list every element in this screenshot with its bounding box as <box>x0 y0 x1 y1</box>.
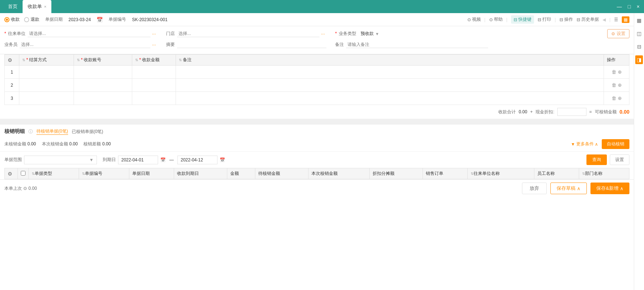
sidebar-icon-1[interactable]: ▦ <box>635 16 643 25</box>
row-account-1[interactable] <box>74 66 132 79</box>
store-input[interactable] <box>177 30 319 37</box>
salesperson-ellipsis-btn[interactable]: ··· <box>150 42 157 47</box>
counterpart-label: * 往来单位 <box>4 31 28 37</box>
biz-type-dropdown-btn[interactable]: ▼ <box>374 32 381 36</box>
radio-refund-text: 退款 <box>31 16 39 23</box>
form-section: * 往来单位 ··· 门店 ··· * 业务类型 预收款 ▼ <box>0 26 634 54</box>
row-delete-btn-1[interactable]: 🗑 <box>612 69 616 75</box>
remark-input[interactable] <box>346 41 488 48</box>
radio-receipt-label[interactable]: 收款 <box>4 16 20 23</box>
date-range-sep: — <box>168 157 175 162</box>
radio-receipt-dot[interactable] <box>4 17 9 22</box>
summary-row: 收款合计 0.00 + 现金折扣: = 可核销金额 0.00 <box>0 105 634 122</box>
discard-btn[interactable]: 放弃 <box>522 183 547 194</box>
row-settle-1[interactable] <box>19 66 74 79</box>
remark-field: 备注 <box>335 41 488 48</box>
row-amount-1[interactable] <box>132 66 176 79</box>
required-star-2: * <box>335 31 337 36</box>
operate-btn[interactable]: ⊟ 操作 <box>559 16 573 23</box>
bth-checkbox[interactable] <box>18 168 29 179</box>
counterpart-field: * 往来单位 ··· <box>4 30 157 37</box>
cal-icon-to[interactable]: 📅 <box>220 157 225 162</box>
radio-refund-dot[interactable] <box>24 17 29 22</box>
setting-button[interactable]: ⚙ 设置 <box>607 29 629 38</box>
counterpart-input[interactable] <box>28 30 150 37</box>
row-delete-btn-2[interactable]: 🗑 <box>612 82 616 88</box>
row-note-3[interactable] <box>176 92 604 105</box>
pending-tab[interactable]: 待核销单据(0笔) <box>36 128 68 135</box>
video-btn[interactable]: ⊙ 视频 <box>467 16 481 23</box>
row-copy-btn-1[interactable]: ⊕ <box>618 69 622 75</box>
table-gear-icon[interactable]: ⚙ <box>8 57 12 63</box>
summary-field: 摘要 <box>166 41 326 48</box>
card-view-btn[interactable]: ▦ <box>622 16 629 23</box>
salesperson-input[interactable] <box>20 41 150 48</box>
radio-refund-label[interactable]: 退款 <box>24 16 39 23</box>
tab-home[interactable]: 首页 <box>3 0 23 13</box>
auto-writeoff-btn[interactable]: 自动核销 <box>602 139 629 149</box>
bth-pending: 待核销金额 <box>255 168 309 179</box>
history-btn[interactable]: ⊟ 历史单据 <box>577 16 599 23</box>
range-field: 单据范围 ▼ <box>4 156 97 164</box>
calendar-icon[interactable]: 📅 <box>97 17 103 23</box>
sidebar-icon-4[interactable]: ◨ <box>635 55 643 64</box>
row-note-2[interactable] <box>176 79 604 92</box>
more-filters-btn[interactable]: ▼ 更多条件 ∧ <box>571 141 598 147</box>
row-delete-btn-3[interactable]: 🗑 <box>612 95 616 101</box>
range-select[interactable]: ▼ <box>24 156 97 164</box>
help-btn[interactable]: ⊙ 帮助 <box>489 16 503 23</box>
row-settle-2[interactable] <box>19 79 74 92</box>
row-account-3[interactable] <box>74 92 132 105</box>
date-value: 2023-03-24 <box>68 17 91 22</box>
filter-setting-btn[interactable]: 设置 <box>610 154 629 165</box>
row-amount-2[interactable] <box>132 79 176 92</box>
draft-chevron-icon[interactable]: ∧ <box>577 186 581 191</box>
sidebar-icon-3[interactable]: ⊟ <box>636 42 643 51</box>
bottom-table-gear-icon[interactable]: ⚙ <box>8 171 12 177</box>
date-to-input[interactable] <box>177 156 217 164</box>
row-account-2[interactable] <box>74 79 132 92</box>
bth-number: ⇅单据编号 <box>79 168 129 179</box>
tab-receipt[interactable]: 收款单 × <box>23 0 51 13</box>
store-ellipsis-btn[interactable]: ··· <box>319 31 326 36</box>
row-amount-3[interactable] <box>132 92 176 105</box>
print-btn[interactable]: ⊟ 打印 <box>538 16 551 23</box>
save-new-btn[interactable]: 保存&新增 ∧ <box>590 183 629 194</box>
done-tab[interactable]: 已核销单据(0笔) <box>72 129 103 135</box>
plus-sign: + <box>530 109 533 114</box>
bth-gear[interactable]: ⚙ <box>5 168 18 179</box>
bth-discount: 折扣分摊额 <box>370 168 423 179</box>
maximize-btn[interactable]: □ <box>626 4 632 9</box>
gear-icon-setting: ⚙ <box>611 31 615 36</box>
row-copy-btn-2[interactable]: ⊕ <box>618 82 622 88</box>
bth-current: 本次核销金额 <box>308 168 369 179</box>
counterpart-ellipsis-btn[interactable]: ··· <box>150 31 157 36</box>
sep2: | <box>506 17 507 22</box>
info-icon[interactable]: ⓘ <box>28 129 33 135</box>
minimize-btn[interactable]: — <box>615 4 623 9</box>
shortcut-btn[interactable]: ⊟ 快捷键 <box>511 15 534 24</box>
close-btn[interactable]: × <box>635 4 641 9</box>
draft-btn[interactable]: 保存草稿 ∧ <box>550 183 587 194</box>
tab-close-icon[interactable]: × <box>44 4 46 9</box>
select-all-checkbox[interactable] <box>21 171 25 176</box>
left-arrow[interactable]: ◀ <box>602 17 606 22</box>
date-from-input[interactable] <box>118 156 158 164</box>
th-gear[interactable]: ⚙ <box>5 55 19 66</box>
table-row: 2 🗑 ⊕ <box>5 79 629 92</box>
row-settle-3[interactable] <box>19 92 74 105</box>
discount-input[interactable] <box>557 108 586 116</box>
query-btn[interactable]: 查询 <box>586 154 607 165</box>
video-icon: ⊙ <box>467 17 471 22</box>
row-copy-btn-3[interactable]: ⊕ <box>618 95 622 101</box>
main-content: 收款 退款 单据日期 2023-03-24 📅 单据编号 SK-20230324… <box>0 13 644 290</box>
save-chevron-icon[interactable]: ∧ <box>620 186 624 191</box>
row-note-1[interactable] <box>176 66 604 79</box>
list-view-btn[interactable]: ☰ <box>614 17 618 22</box>
summary-input[interactable] <box>177 41 326 48</box>
dropdown-chevron: ▼ <box>89 157 94 162</box>
current-value: 0.00 <box>69 141 78 146</box>
total-value: 0.00 <box>519 109 527 114</box>
sidebar-icon-2[interactable]: ◫ <box>635 29 643 38</box>
cal-icon-from[interactable]: 📅 <box>160 157 166 162</box>
